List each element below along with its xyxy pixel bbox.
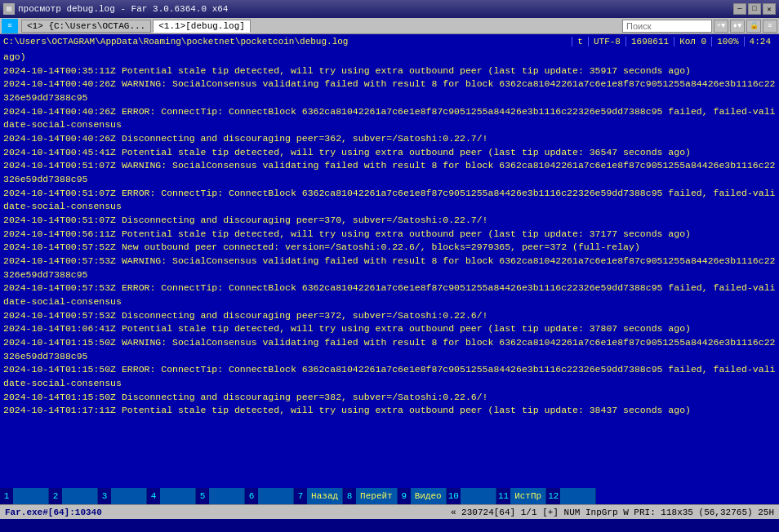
tab-area: <1> {C:\Users\OCTAG... <1.1>[debug.log] [21,20,622,33]
funckey-12[interactable]: 12 [546,488,596,504]
fk-label-4 [160,488,196,504]
fk-label-9: Видео [411,488,447,504]
search-area: +▼ ♦▼ 🔒 ≡ [622,20,777,33]
time: 4:24 [744,37,776,47]
fk-num-9: 9 [398,488,411,504]
status-process: Far.exe#[64]:10340 [5,508,102,517]
funckey-6[interactable]: 6 [245,488,294,504]
fk-label-7: Назад [307,488,343,504]
settings-button[interactable]: ♦▼ [730,20,745,33]
fk-label-1 [13,488,49,504]
window-title: просмотр debug.log - Far 3.0.6364.0 x64 [18,4,228,14]
fk-num-8: 8 [343,488,356,504]
menu-bar: ≡ <1> {C:\Users\OCTAG... <1.1>[debug.log… [0,18,779,34]
fk-label-6 [258,488,294,504]
status-info: « 230724[64] 1/1 [+] NUM InpGrp W PRI: 1… [451,508,774,517]
fk-label-12 [560,488,596,504]
funckey-8[interactable]: 8 Перейт [343,488,398,504]
app-menu-icon[interactable]: ≡ [2,19,18,33]
fk-label-3 [111,488,147,504]
lock-button[interactable]: 🔒 [746,20,761,33]
fk-num-6: 6 [245,488,258,504]
status-bar: Far.exe#[64]:10340 « 230724[64] 1/1 [+] … [0,504,779,519]
add-button[interactable]: +▼ [714,20,728,33]
fk-num-2: 2 [49,488,62,504]
fk-label-2 [62,488,98,504]
file-type: t [572,37,588,47]
title-bar-left: ▤ просмотр debug.log - Far 3.0.6364.0 x6… [3,3,228,15]
fk-label-10 [461,488,496,504]
fk-num-7: 7 [294,488,307,504]
window-controls[interactable]: — □ ✕ [733,3,776,15]
fk-label-5 [209,488,245,504]
fk-num-11: 11 [496,488,510,504]
funckey-bar: 1 2 3 4 5 6 7 Назад 8 Перейт 9 Видео 1 [0,488,779,504]
fk-num-10: 10 [447,488,461,504]
log-content: ago) 2024-10-14T00:35:11Z Potential stal… [0,49,779,488]
minimize-button[interactable]: — [733,3,746,15]
col-indicator: Кол 0 [674,37,711,47]
filepath: C:\Users\OCTAGRAM\AppData\Roaming\pocket… [3,37,348,47]
filepath-bar: C:\Users\OCTAGRAM\AppData\Roaming\pocket… [0,34,779,49]
tab-2[interactable]: <1.1>[debug.log] [153,20,251,33]
filepath-info: t UTF-8 1698611 Кол 0 100% 4:24 [572,37,776,47]
funckey-3[interactable]: 3 [98,488,147,504]
funckey-10[interactable]: 10 [447,488,496,504]
fk-num-3: 3 [98,488,111,504]
zoom: 100% [711,37,743,47]
funckey-5[interactable]: 5 [196,488,245,504]
fk-label-8: Перейт [356,488,398,504]
toolbar-buttons: +▼ ♦▼ 🔒 ≡ [714,20,777,33]
title-bar: ▤ просмотр debug.log - Far 3.0.6364.0 x6… [0,0,779,18]
fk-label-11: ИстПр [510,488,546,504]
fk-num-4: 4 [147,488,160,504]
charset: UTF-8 [588,37,625,47]
fk-num-1: 1 [0,488,13,504]
fk-num-5: 5 [196,488,209,504]
maximize-button[interactable]: □ [748,3,761,15]
close-button[interactable]: ✕ [763,3,776,15]
tab-1[interactable]: <1> {C:\Users\OCTAG... [21,20,151,33]
search-input[interactable] [622,20,712,33]
funckey-7[interactable]: 7 Назад [294,488,343,504]
funckey-11[interactable]: 11 ИстПр [496,488,546,504]
menu-button[interactable]: ≡ [763,20,777,33]
funckey-1[interactable]: 1 [0,488,49,504]
app-icon: ▤ [3,3,15,15]
fk-num-12: 12 [546,488,560,504]
funckey-9[interactable]: 9 Видео [398,488,447,504]
funckey-4[interactable]: 4 [147,488,196,504]
funckey-2[interactable]: 2 [49,488,98,504]
filesize: 1698611 [625,37,674,47]
